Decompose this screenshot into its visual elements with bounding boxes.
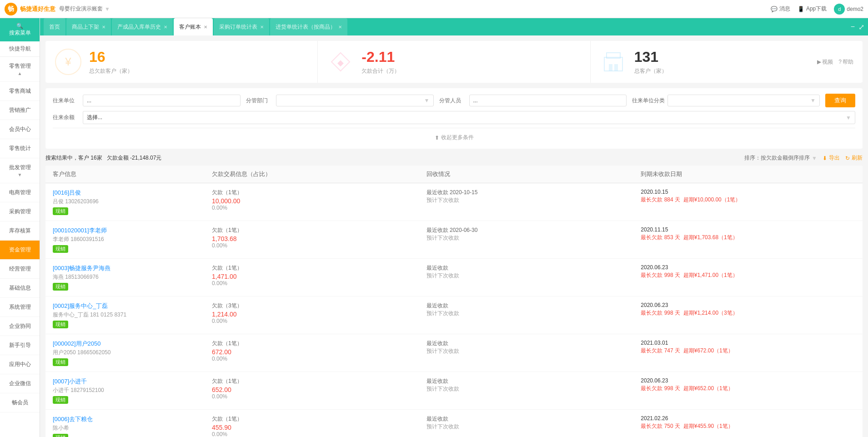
sidebar-item-system-mgmt[interactable]: 系统管理 — [0, 298, 40, 317]
sidebar-item-member-center[interactable]: 会员中心 — [0, 120, 40, 139]
sidebar-item-premium-member[interactable]: 畅会员 — [0, 393, 40, 412]
customer-name-0[interactable]: [0016]吕俊 — [53, 189, 212, 197]
sidebar-item-marketing[interactable]: 营销推广 — [0, 101, 40, 120]
new-guide-label: 新手引导 — [9, 342, 31, 349]
top-bar: 畅 畅捷通好生意 母婴行业演示账套 ▼ 💬 消息 📱 App下载 d demo2 — [0, 0, 868, 18]
tab-minimize-icon[interactable]: − — [851, 23, 855, 31]
filter-unit-category-select[interactable]: ▼ — [667, 95, 820, 106]
overdue-info-6: 最长欠款 750 天 超期¥455.90（1笔） — [641, 422, 855, 430]
results-actions: 排序：按欠款金额倒序排序 ▼ ⬇ 导出 ↻ 刷新 — [744, 154, 863, 162]
sidebar-item-finance-mgmt[interactable]: 资金管理 — [0, 241, 40, 260]
sidebar-item-app-center[interactable]: 应用中心 — [0, 355, 40, 374]
customer-badge-4: 现销 — [53, 358, 68, 366]
customer-name-3[interactable]: [0002]服务中心_丁磊 — [53, 302, 212, 310]
overdue-link-5[interactable]: 超期¥652.00（1笔） — [683, 385, 733, 392]
customer-name-4[interactable]: [000002]用户2050 — [53, 340, 212, 348]
sidebar-item-retail-stats[interactable]: 零售统计 — [0, 139, 40, 158]
filter-unit-category-label: 往来单位分类 — [632, 97, 665, 105]
sidebar-item-retail-mgmt[interactable]: 零售管理 ▲ — [0, 57, 40, 82]
export-btn[interactable]: ⬇ 导出 — [823, 154, 840, 162]
search-button[interactable]: 查询 — [825, 94, 855, 107]
due-date-6: 2021.02.26 — [641, 415, 855, 422]
app-download-btn[interactable]: 📱 App下载 — [798, 5, 827, 13]
sidebar-item-retail-mall[interactable]: 零售商城 — [0, 82, 40, 101]
overdue-info-0: 最长欠款 884 天 超期¥10,000.00（1笔） — [641, 196, 855, 204]
sidebar-item-enterprise-wechat[interactable]: 企业微信 — [0, 374, 40, 393]
sort-select[interactable]: 排序：按欠款金额倒序排序 ▼ — [744, 154, 817, 162]
sidebar-item-batch-mgmt[interactable]: 批发管理 ▼ — [0, 158, 40, 183]
due-date-2: 2020.06.23 — [641, 264, 855, 271]
customer-info-5: [0007]小进千 小进千 18279152100 现销 — [53, 377, 212, 404]
filter-area: 往来单位 ... 分管部门 ▼ 分管人员 — [45, 88, 863, 149]
company-name: 母婴行业演示账套 — [59, 5, 103, 13]
customer-contact-4: 用户2050 18665062050 — [53, 349, 212, 357]
tab-product-listing[interactable]: 商品上下架 ✕ — [66, 18, 111, 35]
collapse-btn[interactable]: ⬆ 收起更多条件 — [53, 132, 855, 143]
tab-maximize-icon[interactable]: ⤢ — [858, 23, 864, 31]
sidebar-item-inventory[interactable]: 库存核算 — [0, 221, 40, 241]
debt-ratio-1: 0.00% — [212, 242, 426, 249]
customer-info-3: [0002]服务中心_丁磊 服务中心_丁磊 181 0125 8371 现销 — [53, 302, 212, 328]
debt-label-6: 欠款（1笔） — [212, 415, 426, 423]
customer-name-6[interactable]: [0006]去下粮仓 — [53, 415, 212, 423]
tab-inventory-stats-close[interactable]: ✕ — [338, 25, 342, 30]
results-bar: 搜索结果中，客户 16家 欠款金额 -21,148.07元 排序：按欠款金额倒序… — [45, 154, 863, 162]
debt-amount-3: 1,214.00 — [212, 311, 426, 318]
customer-name-2[interactable]: [0003]畅捷服务尹海燕 — [53, 264, 212, 272]
sidebar-item-purchase-mgmt[interactable]: 采购管理 — [0, 202, 40, 221]
refresh-btn[interactable]: ↻ 刷新 — [845, 154, 863, 162]
debt-label-2: 欠款（1笔） — [212, 264, 426, 272]
due-date-1: 2020.11.15 — [641, 226, 855, 233]
overdue-link-0[interactable]: 超期¥10,000.00（1笔） — [683, 196, 741, 203]
sidebar-item-enterprise-collab[interactable]: 企业协同 — [0, 317, 40, 336]
tab-product-listing-close[interactable]: ✕ — [102, 25, 105, 30]
tab-product-history-close[interactable]: ✕ — [164, 25, 167, 30]
logo-text: 畅捷通好生意 — [20, 5, 55, 13]
user-name: demo2 — [847, 6, 863, 12]
results-info: 搜索结果中，客户 16家 欠款金额 -21,148.07元 — [45, 154, 161, 162]
tab-customer-ledger[interactable]: 客户账本 ✕ — [174, 18, 213, 35]
message-label: 消息 — [779, 5, 790, 13]
company-selector[interactable]: 母婴行业演示账套 ▼ — [59, 5, 110, 13]
tab-purchase-stats[interactable]: 采购订单统计表 ✕ — [214, 18, 269, 35]
tab-customer-ledger-close[interactable]: ✕ — [204, 25, 207, 30]
tab-product-listing-label: 商品上下架 — [72, 23, 99, 31]
overdue-link-2[interactable]: 超期¥1,471.00（1笔） — [683, 272, 738, 278]
overdue-link-3[interactable]: 超期¥1,214.00（3笔） — [683, 310, 738, 316]
message-btn[interactable]: 💬 消息 — [771, 5, 790, 13]
recovery-info-6: 最近收款 预计下次收款 — [426, 415, 641, 431]
recovery-label-0: 最近收款 2020-10-15 — [426, 189, 641, 196]
debt-amount-4: 672.00 — [212, 348, 426, 356]
filter-balance-select[interactable]: 选择... ▼ — [83, 111, 855, 124]
enterprise-collab-label: 企业协同 — [9, 322, 31, 330]
filter-balance-label: 往来余额 — [53, 114, 80, 121]
customer-contact-6: 陈小希 — [53, 424, 212, 432]
table-row: [0006]去下粮仓 陈小希 现销 欠款（1笔） 455.90 0.00% 最近… — [45, 410, 863, 437]
tab-purchase-stats-close[interactable]: ✕ — [260, 25, 264, 30]
logo-area: 畅 畅捷通好生意 — [5, 3, 55, 15]
debt-label-0: 欠款（1笔） — [212, 189, 426, 196]
sidebar-search[interactable]: 🔍 搜索菜单 — [0, 18, 40, 41]
customer-name-1[interactable]: [0001020001]李老师 — [53, 226, 212, 235]
filter-dept-select[interactable]: ▼ — [276, 95, 434, 106]
filter-row-2: 往来余额 选择... ▼ — [53, 111, 855, 124]
tab-product-history[interactable]: 产成品入库单历史 ✕ — [112, 18, 173, 35]
filter-person-input[interactable]: ... — [469, 95, 627, 106]
user-area[interactable]: d demo2 — [834, 4, 863, 15]
batch-mgmt-label: 批发管理 — [9, 164, 31, 171]
overdue-link-6[interactable]: 超期¥455.90（1笔） — [683, 423, 733, 429]
help-btn[interactable]: ? 帮助 — [838, 58, 853, 66]
tab-home[interactable]: 首页 — [44, 18, 65, 35]
filter-unit-input[interactable]: ... — [83, 95, 241, 106]
sidebar-item-basic-info[interactable]: 基础信息 — [0, 279, 40, 298]
overdue-link-4[interactable]: 超期¥672.00（1笔） — [683, 347, 733, 354]
tab-inventory-stats[interactable]: 进货单统计表（按商品） ✕ — [270, 18, 347, 35]
overdue-link-1[interactable]: 超期¥1,703.68（1笔） — [683, 234, 738, 241]
sidebar-item-ecom-mgmt[interactable]: 电商管理 — [0, 183, 40, 202]
sidebar-quick-nav[interactable]: 快捷导航 — [0, 41, 40, 57]
sidebar-item-new-guide[interactable]: 新手引导 — [0, 336, 40, 355]
debt-label-1: 欠款（1笔） — [212, 226, 426, 234]
sidebar-item-operations-mgmt[interactable]: 经营管理 — [0, 260, 40, 279]
video-btn[interactable]: ▶ 视频 — [817, 58, 833, 66]
customer-name-5[interactable]: [0007]小进千 — [53, 377, 212, 386]
